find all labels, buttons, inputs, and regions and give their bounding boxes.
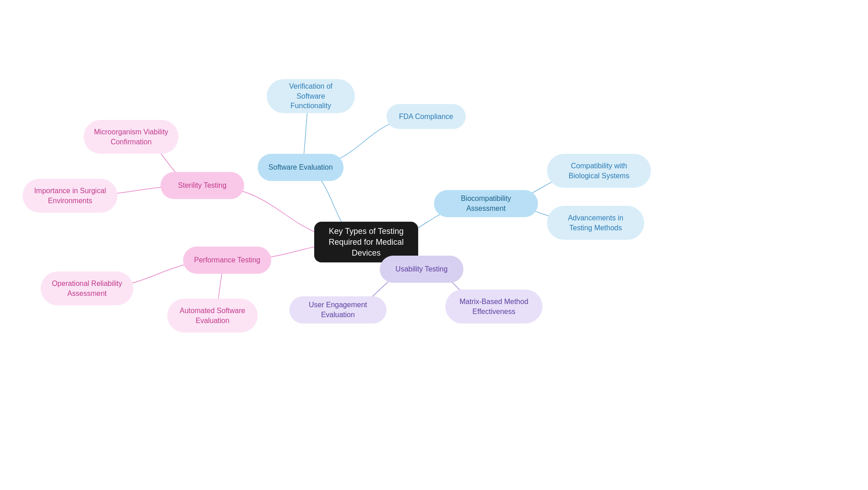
node-microorganism: Microorganism Viability Confirmation xyxy=(84,120,179,154)
node-sterility: Sterility Testing xyxy=(160,172,244,199)
node-user-engagement: User Engagement Evaluation xyxy=(289,296,387,323)
node-advancements: Advancements in Testing Methods xyxy=(547,206,644,240)
node-performance: Performance Testing xyxy=(183,247,271,274)
node-operational: Operational Reliability Assessment xyxy=(41,271,133,305)
node-fda: FDA Compliance xyxy=(387,104,466,129)
node-automated: Automated Software Evaluation xyxy=(167,299,258,333)
node-usability: Usability Testing xyxy=(380,256,463,283)
node-verification: Verification of Software Functionality xyxy=(267,79,355,113)
node-importance-surgical: Importance in Surgical Environments xyxy=(23,179,118,213)
node-software-eval: Software Evaluation xyxy=(258,154,344,181)
center-label: Key Types of Testing Required for Medica… xyxy=(324,226,408,259)
node-biocompat: Biocompatibility Assessment xyxy=(434,190,538,217)
node-compat-bio: Compatibility with Biological Systems xyxy=(547,154,651,188)
node-matrix: Matrix-Based Method Effectiveness xyxy=(445,290,542,323)
